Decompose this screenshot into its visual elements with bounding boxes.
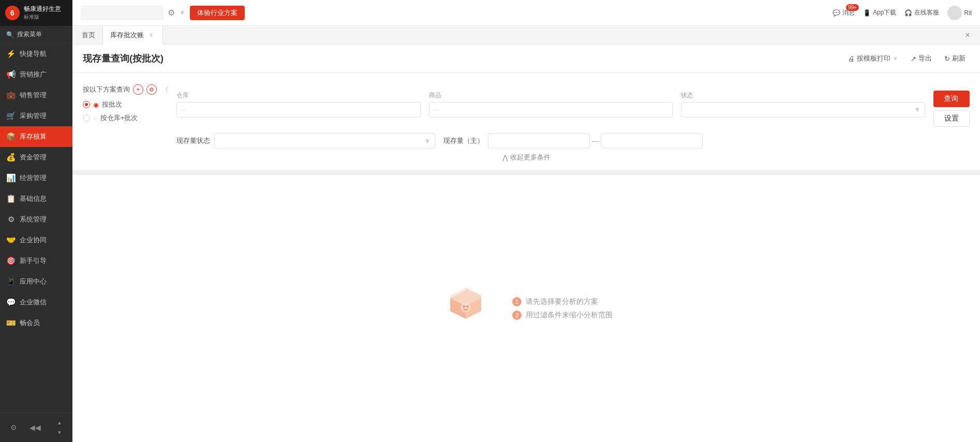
empty-step-2: 2 用过滤条件来缩小分析范围 bbox=[512, 311, 613, 320]
vip-icon: 🎫 bbox=[6, 318, 16, 328]
sidebar-item-newbie[interactable]: 🎯 新手引导 bbox=[0, 251, 72, 271]
refresh-btn[interactable]: ↻ 刷新 bbox=[940, 52, 970, 65]
finance-label: 资金管理 bbox=[20, 153, 47, 162]
export-icon: ↗ bbox=[911, 55, 916, 63]
scheme-collapse-arrow[interactable]: 《 bbox=[162, 85, 168, 94]
stock-status-field: 现存量状态 ▼ bbox=[176, 133, 435, 149]
messages-icon: 💬 bbox=[833, 9, 840, 17]
stock-status-input[interactable]: ▼ bbox=[214, 133, 435, 149]
sidebar-footer: ⚙ ◀◀ ▲ ▼ bbox=[0, 412, 72, 442]
tab-inventory-batch-label: 库存批次账 bbox=[110, 31, 144, 40]
inventory-label: 库存核算 bbox=[20, 132, 47, 141]
empty-step-1: 1 请先选择要分析的方案 bbox=[512, 297, 613, 306]
status-label: 状态 bbox=[681, 91, 925, 100]
scheme-by-batch-radio[interactable] bbox=[83, 101, 90, 108]
app-version: 标准版 bbox=[24, 13, 61, 21]
warehouse-field: 仓库 ··· bbox=[176, 91, 421, 117]
page-title: 现存量查询(按批次) bbox=[83, 52, 164, 65]
finance-icon: 💰 bbox=[6, 153, 16, 162]
sidebar-item-vip[interactable]: 🎫 畅会员 bbox=[0, 313, 72, 333]
sidebar-item-finance[interactable]: 💰 资金管理 bbox=[0, 147, 72, 168]
sidebar-menu: ⚡ 快捷导航 📢 营销推广 💼 销售管理 🛒 采购管理 📦 库存核算 💰 资金管… bbox=[0, 43, 72, 412]
sidebar-header: 6 畅康通好生意 标准版 bbox=[0, 0, 72, 26]
print-icon: 🖨 bbox=[848, 55, 855, 63]
sidebar-search-menu[interactable]: 🔍 搜索菜单 bbox=[0, 26, 72, 43]
sidebar-scroll-up-btn[interactable]: ▲ bbox=[53, 418, 66, 427]
stock-qty-min-input[interactable] bbox=[488, 133, 590, 149]
marketing-label: 营销推广 bbox=[20, 70, 47, 79]
tab-close-inventory-batch[interactable]: × bbox=[147, 31, 155, 39]
status-input[interactable]: ▼ bbox=[681, 102, 925, 117]
filter-section-label: 按以下方案查询 + ⚙ 《 bbox=[83, 81, 168, 95]
print-template-btn[interactable]: 🖨 按模板打印 ▼ bbox=[844, 52, 902, 65]
settings-filter-btn[interactable]: 设置 bbox=[933, 110, 970, 127]
top-header: ⚙ ▼ 体验行业方案 💬 消息 99+ 📱 App下载 🎧 在线客服 Rit bbox=[72, 0, 980, 26]
filter-row-2: 现存量状态 ▼ 现存量（主） — bbox=[176, 133, 970, 149]
scheme-by-warehouse-batch-radio[interactable] bbox=[83, 114, 90, 122]
sidebar-item-sales[interactable]: 💼 销售管理 bbox=[0, 85, 72, 106]
query-btn[interactable]: 查询 bbox=[933, 91, 970, 107]
stock-qty-max-input[interactable] bbox=[601, 133, 703, 149]
app-download-action[interactable]: 📱 App下载 bbox=[863, 8, 896, 17]
operations-label: 经营管理 bbox=[20, 173, 47, 183]
warehouse-input[interactable]: ··· bbox=[176, 102, 421, 117]
sidebar-item-enterprise[interactable]: 🤝 企业协同 bbox=[0, 230, 72, 251]
online-service-action[interactable]: 🎧 在线客服 bbox=[904, 8, 939, 17]
scheme-by-batch[interactable]: ◉ 按批次 bbox=[83, 100, 168, 109]
collapse-more-btn[interactable]: ⋀ 收起更多条件 bbox=[502, 153, 551, 162]
sidebar-item-apps[interactable]: 📱 应用中心 bbox=[0, 271, 72, 292]
system-icon: ⚙ bbox=[6, 215, 16, 224]
product-input[interactable]: ··· bbox=[429, 102, 673, 117]
system-label: 系统管理 bbox=[20, 215, 47, 224]
sidebar-item-operations[interactable]: 📊 经营管理 bbox=[0, 168, 72, 188]
basics-icon: 📋 bbox=[6, 194, 16, 203]
stock-qty-field: 现存量（主） — bbox=[443, 133, 702, 149]
chevron-up-icon: ⋀ bbox=[502, 154, 508, 161]
tab-inventory-batch[interactable]: 库存批次账 × bbox=[103, 26, 163, 45]
product-label: 商品 bbox=[429, 91, 673, 100]
newbie-label: 新手引导 bbox=[20, 256, 47, 266]
manage-scheme-btn[interactable]: ⚙ bbox=[146, 84, 157, 95]
sidebar-item-quick-nav[interactable]: ⚡ 快捷导航 bbox=[0, 43, 72, 64]
sidebar-item-marketing[interactable]: 📢 营销推广 bbox=[0, 64, 72, 85]
app-download-label: App下载 bbox=[873, 8, 896, 17]
empty-steps: 1 请先选择要分析的方案 2 用过滤条件来缩小分析范围 bbox=[512, 297, 613, 320]
tab-home[interactable]: 首页 bbox=[75, 26, 103, 45]
online-service-label: 在线客服 bbox=[914, 8, 939, 17]
tab-panel-close-btn[interactable]: × bbox=[960, 28, 975, 42]
marketing-icon: 📢 bbox=[6, 70, 16, 79]
sales-label: 销售管理 bbox=[20, 91, 47, 100]
scheme-by-warehouse-batch[interactable]: ○ 按仓库+批次 bbox=[83, 113, 168, 123]
sidebar-item-basics[interactable]: 📋 基础信息 bbox=[0, 188, 72, 209]
top-search-bar[interactable] bbox=[81, 6, 164, 20]
phone-icon: 📱 bbox=[863, 9, 871, 17]
export-btn[interactable]: ↗ 导出 bbox=[907, 52, 936, 65]
filter-collapse-row: ⋀ 收起更多条件 bbox=[83, 153, 970, 162]
print-label: 按模板打印 bbox=[857, 54, 890, 63]
quick-nav-icon: ⚡ bbox=[6, 49, 16, 58]
enterprise-icon: 🤝 bbox=[6, 235, 16, 245]
sidebar-item-purchase[interactable]: 🛒 采购管理 bbox=[0, 106, 72, 126]
sidebar-item-wechat[interactable]: 💬 企业微信 bbox=[0, 292, 72, 313]
search-menu-label: 搜索菜单 bbox=[17, 30, 42, 39]
sidebar-collapse-btn[interactable]: ◀◀ bbox=[25, 422, 45, 433]
sidebar-settings-btn[interactable]: ⚙ bbox=[6, 422, 21, 433]
empty-state-area: 1 请先选择要分析的方案 2 用过滤条件来缩小分析范围 bbox=[72, 175, 980, 442]
tab-home-label: 首页 bbox=[82, 31, 95, 40]
messages-action[interactable]: 💬 消息 99+ bbox=[833, 8, 855, 17]
step-2-text: 用过滤条件来缩小分析范围 bbox=[526, 311, 613, 320]
wechat-icon: 💬 bbox=[6, 298, 16, 307]
sidebar-item-system[interactable]: ⚙ 系统管理 bbox=[0, 209, 72, 230]
scheme-by-batch-label: 按批次 bbox=[102, 100, 122, 109]
purchase-label: 采购管理 bbox=[20, 111, 47, 121]
scheme-list: ◉ 按批次 ○ 按仓库+批次 bbox=[83, 100, 168, 123]
status-dropdown-icon: ▼ bbox=[914, 106, 920, 113]
enterprise-label: 企业协同 bbox=[20, 235, 47, 245]
user-avatar-area[interactable]: Rit bbox=[947, 6, 972, 20]
experience-industry-btn[interactable]: 体验行业方案 bbox=[190, 6, 245, 20]
sidebar-item-inventory[interactable]: 📦 库存核算 bbox=[0, 126, 72, 147]
collapse-label: 收起更多条件 bbox=[510, 153, 551, 162]
sidebar-scroll-down-btn[interactable]: ▼ bbox=[53, 428, 66, 437]
add-scheme-btn[interactable]: + bbox=[133, 84, 143, 95]
settings-gear-btn[interactable]: ⚙ bbox=[168, 8, 175, 18]
